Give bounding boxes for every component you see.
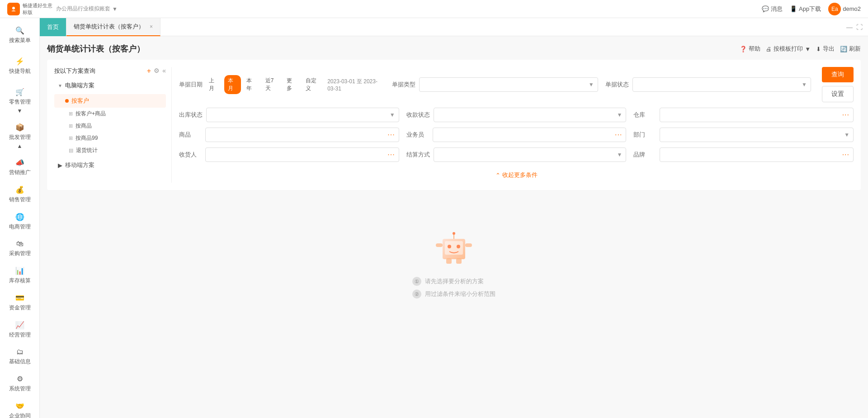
purchase-icon: 🛍 (16, 240, 24, 248)
tree-mobile-section[interactable]: ▶ 移动端方案 (54, 158, 166, 172)
date-btn-7days[interactable]: 近7天 (262, 75, 282, 94)
export-btn[interactable]: ⬇ 导出 (816, 45, 835, 53)
sidebar-item-system[interactable]: ⚙ 系统管理 (0, 370, 39, 397)
salesman-select[interactable]: ··· (433, 128, 627, 142)
left-panel-header: 按以下方案查询 + ⚙ « (54, 67, 166, 75)
filter-item-department: 部门 ▼ (633, 128, 854, 142)
logo-icon (7, 3, 20, 15)
industry-selector[interactable]: 办公用品行业模拟账套 ▼ (56, 5, 118, 13)
tree-pc-section: ▼ 电脑端方案 (54, 79, 166, 92)
ecommerce-icon: 🌐 (15, 213, 24, 221)
settings-scheme-btn[interactable]: ⚙ (154, 67, 160, 75)
sidebar-item-marketing[interactable]: 📣 营销推广 (0, 154, 39, 181)
marketing-icon: 📣 (15, 158, 24, 167)
empty-illustration (431, 221, 476, 266)
receiptstatus-select[interactable]: ▼ (434, 108, 627, 122)
refresh-btn[interactable]: 🔄 刷新 (840, 45, 861, 53)
warehouse-select[interactable]: ··· (660, 108, 854, 122)
print-dropdown-icon: ▼ (805, 46, 811, 52)
svg-rect-8 (436, 243, 443, 247)
salesman-dots[interactable]: ··· (615, 131, 622, 139)
filter-item-salesman: 业务员 ··· (406, 128, 627, 142)
message-icon: 💬 (762, 5, 769, 12)
receiver-select[interactable]: ··· (205, 147, 399, 162)
customer-label: 按客户 (71, 97, 89, 105)
collapse-more-btn[interactable]: ⌃ 收起更多条件 (179, 167, 854, 183)
filter-item-receiver: 收货人 ··· (179, 147, 399, 162)
department-chevron: ▼ (844, 132, 849, 138)
left-panel-title: 按以下方案查询 (54, 67, 95, 75)
goods-dots[interactable]: ··· (387, 131, 395, 139)
brand-select[interactable]: ··· (660, 147, 854, 162)
tab-close-btn[interactable]: × (150, 24, 153, 30)
outstatus-select[interactable]: ▼ (206, 108, 399, 122)
filter-item-ordertype: 单据类型 ▼ (392, 77, 598, 92)
sidebar-item-basic[interactable]: 🗂 基础信息 (0, 343, 39, 370)
ordertype-select[interactable]: ▼ (419, 77, 598, 92)
receiver-dots[interactable]: ··· (387, 151, 395, 159)
user-menu-btn[interactable]: Ea demo2 (828, 3, 861, 15)
svg-rect-10 (446, 258, 452, 264)
app-download-btn[interactable]: 📱 App下载 (790, 5, 821, 13)
warehouse-dots[interactable]: ··· (842, 111, 849, 119)
brand-dots[interactable]: ··· (842, 151, 849, 159)
empty-step-1: ① 请先选择要分析的方案 (412, 277, 495, 286)
collapse-panel-btn[interactable]: « (162, 67, 166, 75)
template-print-btn[interactable]: 🖨 按模板打印 ▼ (766, 45, 811, 53)
wholesale-icon: 📦 (15, 123, 24, 132)
empty-steps: ① 请先选择要分析的方案 ② 用过滤条件来缩小分析范围 (412, 277, 495, 299)
dropdown-icon: ▼ (112, 6, 118, 12)
tree-sub-return[interactable]: ▤ 退货统计 (54, 144, 166, 157)
receiptstatus-chevron: ▼ (617, 112, 622, 118)
sidebar-item-operations[interactable]: 📈 经营管理 (0, 316, 39, 343)
tab-home[interactable]: 首页 (40, 18, 66, 36)
empty-step-2: ② 用过滤条件来缩小分析范围 (412, 290, 495, 299)
enterprise-icon: 🤝 (15, 402, 24, 410)
date-btn-custom[interactable]: 自定义 (302, 75, 324, 94)
add-scheme-btn[interactable]: + (147, 67, 151, 75)
settings-button[interactable]: 设置 (822, 86, 854, 102)
date-btn-more[interactable]: 更多 (283, 75, 300, 94)
grid-icon-3: ⊞ (69, 135, 73, 141)
department-select[interactable]: ▼ (660, 128, 854, 142)
query-button[interactable]: 查询 (822, 67, 854, 82)
sidebar-item-wholesale[interactable]: 📦 批发管理 ▲ (0, 119, 39, 154)
sidebar-item-purchase[interactable]: 🛍 采购管理 (0, 235, 39, 262)
sidebar-item-search[interactable]: 🔍 搜索菜单 (0, 22, 39, 49)
sidebar-item-enterprise[interactable]: 🤝 企业协同 (0, 397, 39, 418)
sidebar-item-inventory[interactable]: 📊 库存核算 (0, 262, 39, 289)
tab-minimize-btn[interactable]: — (846, 24, 853, 31)
export-icon: ⬇ (816, 46, 821, 52)
goods-select[interactable]: ··· (205, 128, 399, 142)
svg-point-7 (453, 232, 455, 235)
sidebar-item-retail[interactable]: 🛒 零售管理 ▼ (0, 83, 39, 119)
date-btn-thisyear[interactable]: 本年 (243, 75, 260, 94)
help-btn[interactable]: ❓ 帮助 (740, 45, 760, 53)
date-btn-thismonth[interactable]: 本月 (224, 75, 241, 94)
sidebar-item-ecommerce[interactable]: 🌐 电商管理 (0, 208, 39, 235)
settlement-select[interactable]: ▼ (434, 147, 627, 162)
logo-text: 畅捷通好生意标版 (23, 2, 52, 15)
tab-maximize-btn[interactable]: ⛶ (856, 24, 863, 31)
filter-item-receiptstatus: 收款状态 ▼ (406, 108, 627, 122)
tab-sales-stats[interactable]: 销货单统计计表（按客户） × (66, 18, 160, 36)
tree-sub-customer-goods[interactable]: ⊞ 按客户+商品 (54, 108, 166, 120)
outstatus-label: 出库状态 (179, 111, 203, 119)
tree-sub-goods99[interactable]: ⊞ 按商品99 (54, 132, 166, 144)
orderstatus-select[interactable]: ▼ (632, 77, 811, 92)
sidebar-item-quicknav[interactable]: ⚡ 快捷导航 (0, 52, 39, 80)
tree-item-customer[interactable]: 按客户 (54, 94, 166, 108)
refresh-icon: 🔄 (840, 46, 847, 52)
sidebar-item-sales[interactable]: 💰 销售管理 (0, 181, 39, 208)
top-bar-left: 畅捷通好生意标版 办公用品行业模拟账套 ▼ (7, 2, 118, 15)
message-btn[interactable]: 💬 消息 (762, 5, 783, 13)
filter-row-receiver: 收货人 ··· 结算方式 ▼ (179, 147, 854, 162)
sidebar-item-finance[interactable]: 💳 资金管理 (0, 289, 39, 316)
tree-sub-goods[interactable]: ⊞ 按商品 (54, 120, 166, 132)
mobile-section-label: 移动端方案 (65, 161, 94, 169)
date-btn-lastmonth[interactable]: 上月 (205, 75, 222, 94)
filter-item-orderstatus: 单据状态 ▼ (605, 77, 811, 92)
tab-bar: 首页 销货单统计计表（按客户） × — ⛶ (40, 18, 868, 36)
department-label: 部门 (633, 131, 656, 139)
filter-item-goods: 商品 ··· (179, 128, 399, 142)
